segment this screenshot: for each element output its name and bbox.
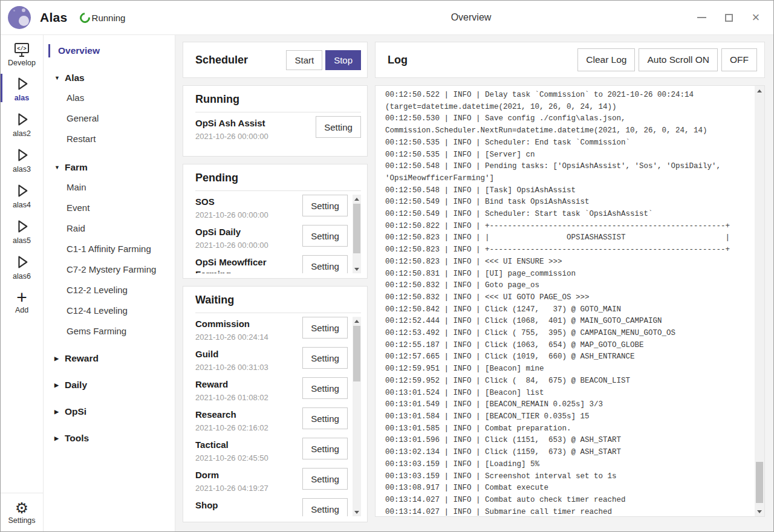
rail-item-develop[interactable]: </> Develop: [1, 38, 43, 70]
task-row: OpSi Ash Assist2021-10-26 00:00:00Settin…: [195, 116, 361, 146]
rail-instance-label: alas3: [13, 165, 31, 174]
close-button[interactable]: ×: [750, 12, 761, 23]
scheduler-column: Scheduler Start Stop Running OpSi Ash As…: [183, 42, 368, 522]
task-row: Reward2021-10-26 01:08:02Setting: [195, 377, 348, 407]
setting-button[interactable]: Setting: [302, 438, 348, 459]
nav-item-alas[interactable]: Alas: [44, 87, 175, 108]
play-icon: [13, 217, 31, 236]
rail-item-settings[interactable]: ⚙ Settings: [1, 493, 43, 531]
nav-group-farm: ▼FarmMainEventRaidC1-1 Affinity FarmingC…: [44, 158, 175, 341]
setting-button[interactable]: Setting: [302, 377, 348, 399]
task-name: OpSi Ash Assist: [195, 117, 311, 129]
task-name: Reward: [195, 378, 298, 391]
scroll-down-icon[interactable]: [353, 508, 361, 516]
setting-button[interactable]: Setting: [302, 347, 348, 369]
develop-icon: </>: [12, 42, 31, 58]
nav-item-c1-1-affinity-farming[interactable]: C1-1 Affinity Farming: [44, 238, 175, 259]
running-task-list: OpSi Ash Assist2021-10-26 00:00:00Settin…: [195, 116, 361, 151]
nav-item-raid[interactable]: Raid: [44, 218, 175, 238]
nav-group-header-reward[interactable]: ▶Reward: [44, 349, 175, 368]
scroll-down-icon[interactable]: [353, 265, 361, 273]
rail-instance-alas5[interactable]: alas5: [1, 213, 43, 248]
rail-item-add[interactable]: + Add: [1, 284, 43, 320]
triangle-right-icon: ▶: [54, 409, 65, 415]
log-line: 00:12:59.952 | INFO | Click ( 84, 675) @…: [385, 375, 754, 388]
close-icon: ×: [752, 13, 760, 22]
setting-button[interactable]: Setting: [302, 498, 348, 516]
start-button[interactable]: Start: [286, 50, 322, 70]
setting-button[interactable]: Setting: [316, 116, 361, 138]
rail-instance-label: alas6: [13, 272, 31, 281]
nav-item-c12-4-leveling[interactable]: C12-4 Leveling: [44, 300, 175, 320]
task-name: OpSi Daily: [195, 226, 298, 238]
rail-instance-alas3[interactable]: alas3: [1, 141, 43, 177]
nav-group-header-farm[interactable]: ▼Farm: [44, 158, 175, 177]
nav-group-tools: ▶Tools: [44, 429, 175, 447]
stop-button[interactable]: Stop: [325, 50, 361, 70]
waiting-scrollbar[interactable]: [353, 317, 361, 516]
nav-group-header-alas[interactable]: ▼Alas: [44, 69, 175, 87]
clear-log-button[interactable]: Clear Log: [577, 48, 635, 71]
scroll-up-icon[interactable]: [755, 86, 764, 96]
nav-item-general[interactable]: General: [44, 108, 175, 128]
scroll-up-icon[interactable]: [353, 195, 361, 203]
log-line: 00:13:01.596 | INFO | Click (1151, 653) …: [385, 435, 754, 447]
setting-button[interactable]: Setting: [302, 407, 348, 429]
maximize-icon: [725, 14, 733, 22]
nav-group-label: OpSi: [65, 406, 86, 417]
log-line: 00:12:50.832 | INFO | Goto page_os: [385, 280, 754, 292]
instance-rail: </> Develop alasalas2alas3alas4alas5alas…: [1, 35, 44, 531]
scheduler-card: Scheduler Start Stop: [183, 42, 368, 78]
setting-button[interactable]: Setting: [302, 468, 348, 490]
nav-item-restart[interactable]: Restart: [44, 128, 175, 149]
setting-button[interactable]: Setting: [302, 225, 348, 247]
nav-item-event[interactable]: Event: [44, 197, 175, 218]
nav-item-gems-farming[interactable]: Gems Farming: [44, 320, 175, 341]
scrollbar-thumb[interactable]: [756, 462, 763, 503]
auto-scroll-off-button[interactable]: OFF: [721, 48, 757, 71]
minimize-button[interactable]: [696, 12, 707, 23]
rail-instance-label: alas5: [13, 236, 31, 245]
scroll-up-icon[interactable]: [353, 317, 361, 325]
task-next-run-time: 2021-10-26 01:08:02: [195, 393, 298, 402]
setting-button[interactable]: Setting: [302, 255, 348, 273]
play-icon: [13, 253, 31, 271]
nav-item-overview[interactable]: Overview: [44, 42, 175, 59]
scrollbar-thumb[interactable]: [353, 326, 360, 381]
log-line: 00:12:59.951 | INFO | [Beacon] mine: [385, 363, 754, 375]
nav-item-c12-2-leveling[interactable]: C12-2 Leveling: [44, 279, 175, 300]
nav-item-c7-2-mystery-farming[interactable]: C7-2 Mystery Farming: [44, 259, 175, 279]
log-line: Commission.Scheduler.NextRun=datetime.da…: [385, 125, 754, 137]
nav-group-header-tools[interactable]: ▶Tools: [44, 429, 175, 447]
log-line: 00:13:01.524 | INFO | [Beacon] list: [385, 388, 754, 400]
log-line: 00:12:53.492 | INFO | Click ( 755, 395) …: [385, 328, 754, 340]
nav-group-header-daily[interactable]: ▶Daily: [44, 376, 175, 394]
rail-instance-alas6[interactable]: alas6: [1, 248, 43, 284]
log-scrollbar[interactable]: [755, 86, 764, 516]
maximize-button[interactable]: [723, 12, 734, 23]
task-next-run-time: 2021-10-26 00:31:03: [195, 363, 298, 372]
auto-scroll-on-button[interactable]: Auto Scroll ON: [639, 48, 718, 71]
scrollbar-thumb[interactable]: [353, 204, 360, 253]
log-line: 00:12:50.522 | INFO | Delay task `Commis…: [385, 89, 754, 102]
rail-instance-list: alasalas2alas3alas4alas5alas6: [1, 70, 43, 284]
triangle-right-icon: ▶: [54, 382, 65, 388]
log-line: 00:12:50.549 | INFO | Scheduler: Start t…: [385, 209, 754, 221]
plus-icon: +: [16, 290, 27, 305]
pending-scrollbar[interactable]: [353, 195, 361, 273]
setting-button[interactable]: Setting: [302, 317, 348, 339]
nav-group-header-opsi[interactable]: ▶OpSi: [44, 403, 175, 421]
task-name: Commission: [195, 318, 298, 330]
setting-button[interactable]: Setting: [302, 195, 348, 216]
alas-logo-icon: [8, 6, 31, 29]
nav-item-main[interactable]: Main: [44, 177, 175, 197]
rail-instance-alas4[interactable]: alas4: [1, 177, 43, 213]
task-row: SOS2021-10-26 00:00:00Setting: [195, 195, 348, 225]
log-line: 00:13:03.159 | INFO | [Loading] 5%: [385, 459, 754, 471]
rail-instance-alas[interactable]: alas: [1, 70, 43, 106]
rail-instance-alas2[interactable]: alas2: [1, 106, 43, 141]
gear-icon: ⚙: [15, 500, 28, 516]
scroll-down-icon[interactable]: [755, 507, 764, 516]
task-info: Reward2021-10-26 01:08:02: [195, 377, 302, 402]
task-next-run-time: 2021-10-26 02:45:50: [195, 453, 298, 462]
